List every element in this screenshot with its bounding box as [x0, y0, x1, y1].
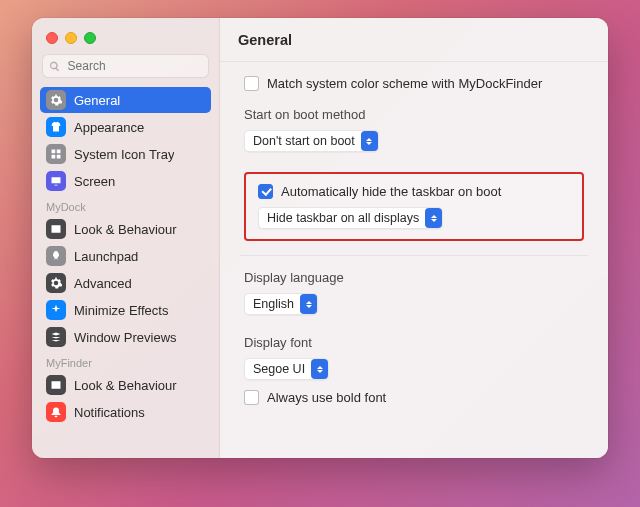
zoom-window-button[interactable] [84, 32, 96, 44]
section-label-myfinder: MyFinder [32, 351, 219, 371]
match-color-scheme-checkbox[interactable] [244, 76, 259, 91]
sidebar-item-look-behaviour[interactable]: Look & Behaviour [40, 372, 211, 398]
font-group-title: Display font [244, 335, 584, 350]
sidebar-item-label: General [74, 93, 120, 108]
stack-icon [46, 327, 66, 347]
bold-font-checkbox[interactable] [244, 390, 259, 405]
sidebar-item-minimize-effects[interactable]: Minimize Effects [40, 297, 211, 323]
sidebar-item-label: Appearance [74, 120, 144, 135]
sidebar-item-label: System Icon Tray [74, 147, 174, 162]
language-select[interactable]: English [244, 293, 318, 315]
section-label-mydock: MyDock [32, 195, 219, 215]
sidebar-item-screen[interactable]: Screen [40, 168, 211, 194]
chevron-updown-icon [425, 208, 442, 228]
sidebar-item-system-icon-tray[interactable]: System Icon Tray [40, 141, 211, 167]
sidebar-item-label: Screen [74, 174, 115, 189]
chevron-updown-icon [300, 294, 317, 314]
sidebar-item-launchpad[interactable]: Launchpad [40, 243, 211, 269]
match-color-scheme-label: Match system color scheme with MyDockFin… [267, 76, 542, 91]
sparkle-icon [46, 300, 66, 320]
rocket-icon [46, 246, 66, 266]
content-pane: General Match system color scheme with M… [220, 18, 608, 458]
sidebar-item-label: Look & Behaviour [74, 222, 177, 237]
gear-icon [46, 90, 66, 110]
grid-icon [46, 144, 66, 164]
chevron-updown-icon [361, 131, 378, 151]
page-title: General [238, 32, 292, 48]
hide-taskbar-scope-value: Hide taskbar on all displays [267, 211, 425, 225]
sidebar-item-appearance[interactable]: Appearance [40, 114, 211, 140]
taskbar-settings-highlight: Automatically hide the taskbar on boot H… [244, 172, 584, 241]
search-input[interactable] [66, 58, 202, 74]
boot-method-select[interactable]: Don't start on boot [244, 130, 379, 152]
sidebar-item-label: Window Previews [74, 330, 177, 345]
settings-scroll[interactable]: Match system color scheme with MyDockFin… [220, 62, 608, 458]
bold-font-label: Always use bold font [267, 390, 386, 405]
bold-font-row[interactable]: Always use bold font [244, 390, 584, 405]
tshirt-icon [46, 117, 66, 137]
match-color-scheme-row[interactable]: Match system color scheme with MyDockFin… [244, 76, 584, 91]
display-icon [46, 171, 66, 191]
window-icon [46, 375, 66, 395]
sidebar: GeneralAppearanceSystem Icon TrayScreenM… [32, 18, 220, 458]
sidebar-item-look-behaviour[interactable]: Look & Behaviour [40, 216, 211, 242]
language-value: English [253, 297, 300, 311]
content-header: General [220, 18, 608, 62]
preferences-window: GeneralAppearanceSystem Icon TrayScreenM… [32, 18, 608, 458]
window-icon [46, 219, 66, 239]
sidebar-item-window-previews[interactable]: Window Previews [40, 324, 211, 350]
chevron-updown-icon [311, 359, 328, 379]
language-group-title: Display language [244, 270, 584, 285]
font-select[interactable]: Segoe UI [244, 358, 329, 380]
sidebar-item-label: Launchpad [74, 249, 138, 264]
bell-icon [46, 402, 66, 422]
boot-group: Start on boot method Don't start on boot [244, 107, 584, 152]
sidebar-item-notifications[interactable]: Notifications [40, 399, 211, 425]
font-group: Display font Segoe UI Always use bold fo… [244, 335, 584, 405]
font-value: Segoe UI [253, 362, 311, 376]
close-window-button[interactable] [46, 32, 58, 44]
divider [240, 255, 588, 256]
sidebar-item-label: Look & Behaviour [74, 378, 177, 393]
auto-hide-taskbar-row[interactable]: Automatically hide the taskbar on boot [258, 184, 570, 199]
hide-taskbar-scope-select[interactable]: Hide taskbar on all displays [258, 207, 443, 229]
search-icon [49, 60, 61, 73]
sidebar-item-label: Advanced [74, 276, 132, 291]
sidebar-item-advanced[interactable]: Advanced [40, 270, 211, 296]
search-input-wrap[interactable] [42, 54, 209, 78]
sidebar-nav: GeneralAppearanceSystem Icon TrayScreenM… [32, 86, 219, 458]
auto-hide-taskbar-label: Automatically hide the taskbar on boot [281, 184, 501, 199]
language-group: Display language English [244, 270, 584, 315]
boot-method-value: Don't start on boot [253, 134, 361, 148]
gear-icon [46, 273, 66, 293]
auto-hide-taskbar-checkbox[interactable] [258, 184, 273, 199]
boot-group-title: Start on boot method [244, 107, 584, 122]
minimize-window-button[interactable] [65, 32, 77, 44]
sidebar-item-label: Minimize Effects [74, 303, 168, 318]
window-traffic-lights [32, 28, 219, 54]
sidebar-item-general[interactable]: General [40, 87, 211, 113]
sidebar-item-label: Notifications [74, 405, 145, 420]
